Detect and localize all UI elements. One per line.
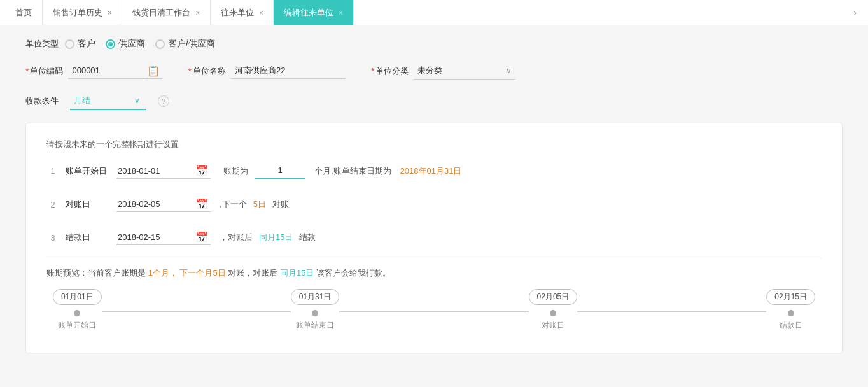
row-1-calendar-icon[interactable]: 📅	[193, 165, 211, 177]
tab-sales-history-close[interactable]: ×	[108, 9, 111, 17]
tab-partner-close[interactable]: ×	[259, 9, 263, 17]
row-2-desc-post: 对账	[272, 199, 289, 210]
unit-type-row: 单位类型 客户 供应商 客户/供应商	[25, 38, 843, 50]
tab-cash-work-label: 钱货日清工作台	[132, 7, 190, 18]
timeline-line-3	[577, 306, 766, 312]
unit-name-input[interactable]	[231, 64, 346, 79]
timeline-dot-2	[312, 310, 318, 316]
tab-home-label: 首页	[15, 7, 32, 18]
tab-edit-partner-close[interactable]: ×	[339, 9, 342, 17]
unit-type-label: 单位类型	[25, 38, 59, 50]
timeline-row: 01月01日 账单开始日 01月31日 账单结束日 02月05日	[46, 289, 822, 331]
preview-2: 下一个月5日	[179, 268, 225, 278]
row-1-date-input[interactable]	[116, 164, 193, 178]
unit-code-input[interactable]	[68, 63, 144, 78]
row-1-date-input-wrapper: 📅	[116, 164, 211, 179]
radio-customer-supplier-circle	[155, 39, 165, 49]
row-1-period-input[interactable]	[255, 163, 305, 179]
timeline-line-1	[102, 306, 291, 312]
row-2-label: 对账日	[66, 199, 110, 210]
timeline-wrapper: 01月01日 账单开始日 01月31日 账单结束日 02月05日	[46, 289, 822, 337]
tab-cash-work-close[interactable]: ×	[195, 9, 199, 17]
card-divider	[46, 258, 822, 258]
radio-customer-circle	[65, 39, 74, 49]
unit-code-copy-icon[interactable]: 📋	[144, 65, 162, 77]
row-3-label: 结款日	[66, 232, 110, 243]
row-1-period-unit: 个月,账单结束日期为	[314, 165, 391, 177]
radio-customer-supplier[interactable]: 客户/供应商	[155, 38, 215, 50]
row-1-number: 1	[46, 166, 59, 176]
tab-sales-history[interactable]: 销售订单历史 ×	[43, 0, 122, 25]
timeline-dot-1	[74, 310, 80, 316]
row-3-desc-post: 结款	[299, 232, 316, 243]
unit-name-label: 单位名称	[193, 66, 226, 77]
tab-arrow[interactable]: ›	[847, 7, 863, 18]
radio-customer-supplier-label: 客户/供应商	[168, 38, 215, 50]
tabs-bar: 首页 销售订单历史 × 钱货日清工作台 × 往来单位 × 编辑往来单位 × ›	[0, 0, 868, 25]
payment-condition-arrow: ∨	[134, 96, 140, 105]
card-title: 请按照未来的一个完整帐期进行设置	[46, 139, 822, 150]
unit-category-field: * 单位分类 未分类 ∨	[371, 62, 515, 80]
unit-code-field: * 单位编码 📋	[25, 63, 162, 79]
timeline-badge-3: 02月05日	[529, 289, 578, 305]
preview-5: 该客户会给我打款。	[316, 268, 391, 278]
timeline-dot-3	[550, 310, 556, 316]
row-2-date-input-wrapper: 📅	[116, 197, 211, 212]
timeline-label-4: 结款日	[780, 320, 802, 331]
row-2-date-input[interactable]	[116, 197, 193, 211]
timeline-badge-1: 01月01日	[53, 289, 102, 305]
tab-sales-history-label: 销售订单历史	[53, 7, 102, 18]
tab-edit-partner-label: 编辑往来单位	[284, 7, 333, 18]
preview-4: 同月15日	[280, 268, 314, 278]
unit-code-label: 单位编码	[30, 66, 63, 77]
timeline-label-1: 账单开始日	[58, 320, 96, 331]
preview-label: 账期预览：当前客户账期是	[46, 268, 146, 278]
unit-category-label: 单位分类	[375, 66, 409, 77]
timeline-line-2	[339, 306, 528, 312]
timeline-badge-2: 01月31日	[291, 289, 340, 305]
radio-supplier[interactable]: 供应商	[106, 38, 145, 50]
tab-partner[interactable]: 往来单位 ×	[211, 0, 274, 25]
radio-supplier-circle	[106, 39, 115, 49]
tab-cash-work[interactable]: 钱货日清工作台 ×	[122, 0, 210, 25]
unit-category-arrow: ∨	[506, 66, 512, 75]
row-3-desc-pre: ，对账后	[220, 232, 253, 243]
unit-name-required: *	[188, 66, 191, 76]
radio-customer-label: 客户	[78, 38, 95, 50]
row-1-period-end-date: 2018年01月31日	[400, 165, 462, 177]
row-1-period-label: 账期为	[223, 165, 248, 177]
timeline-node-3: 02月05日 对账日	[529, 289, 578, 331]
preview-3: 对账，对账后	[228, 268, 277, 278]
unit-code-input-wrapper: 📋	[68, 63, 162, 79]
row-2-number: 2	[46, 200, 59, 209]
timeline-dot-4	[788, 310, 794, 316]
payment-condition-select[interactable]: 月结 ∨	[70, 92, 146, 110]
main-content: 单位类型 客户 供应商 客户/供应商 * 单位编码 📋	[0, 25, 868, 366]
timeline-node-4: 02月15日 结款日	[766, 289, 815, 331]
timeline-badge-4: 02月15日	[766, 289, 815, 305]
preview-section: 账期预览：当前客户账期是 1个月， 下一个月5日 对账，对账后 同月15日 该客…	[46, 267, 822, 289]
help-icon[interactable]: ?	[158, 95, 169, 107]
tab-partner-label: 往来单位	[221, 7, 254, 18]
unit-category-select[interactable]: 未分类 ∨	[414, 62, 515, 80]
payment-condition-label: 收款条件	[25, 95, 59, 107]
setting-row-2: 2 对账日 📅 ,下一个 5日 对账	[46, 197, 822, 212]
payment-condition-row: 收款条件 月结 ∨ ?	[25, 92, 843, 110]
row-3-number: 3	[46, 233, 59, 243]
row-3-date-input[interactable]	[116, 230, 193, 244]
row-3-calendar-icon[interactable]: 📅	[193, 231, 211, 243]
settings-card: 请按照未来的一个完整帐期进行设置 1 账单开始日 📅 账期为 个月,账单结束日期…	[25, 123, 843, 353]
row-2-calendar-icon[interactable]: 📅	[193, 198, 211, 210]
tab-edit-partner[interactable]: 编辑往来单位 ×	[274, 0, 353, 25]
timeline-label-3: 对账日	[542, 320, 564, 331]
row-2-desc-pre: ,下一个	[220, 199, 247, 210]
unit-name-field: * 单位名称	[188, 64, 345, 79]
tab-home[interactable]: 首页	[5, 0, 43, 25]
unit-category-value: 未分类	[417, 65, 506, 76]
timeline-node-2: 01月31日 账单结束日	[291, 289, 340, 331]
row-1-label: 账单开始日	[66, 165, 110, 177]
row-3-date-input-wrapper: 📅	[116, 230, 211, 245]
timeline-node-1: 01月01日 账单开始日	[53, 289, 102, 331]
radio-customer[interactable]: 客户	[65, 38, 95, 50]
unit-code-required: *	[25, 66, 29, 76]
